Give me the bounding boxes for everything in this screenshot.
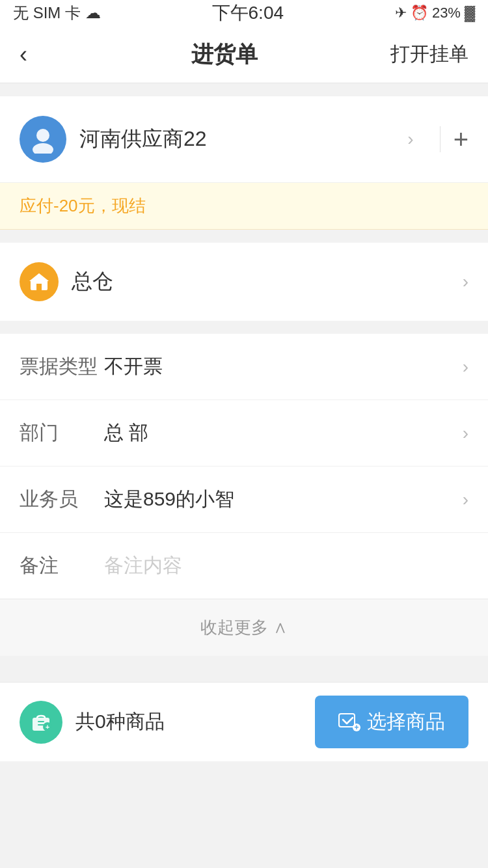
supplier-avatar <box>20 116 66 163</box>
status-left: 无 SIM 卡 ☁ <box>13 3 101 23</box>
svg-point-0 <box>36 129 49 142</box>
alarm-icon: ⏰ <box>411 5 428 21</box>
supplier-divider <box>440 126 441 152</box>
remark-label: 备注 <box>20 552 104 579</box>
location-icon: ✈ <box>395 5 407 21</box>
salesperson-value: 这是859的小智 <box>104 486 463 513</box>
product-count: 共0种商品 <box>75 709 315 735</box>
svg-rect-4 <box>36 284 42 290</box>
supplier-row[interactable]: 河南供应商22 › + <box>0 96 488 183</box>
status-time: 下午6:04 <box>212 1 284 25</box>
page-title: 进货单 <box>191 40 258 70</box>
department-row[interactable]: 部门 总 部 › <box>0 400 488 466</box>
svg-point-1 <box>33 143 53 154</box>
open-pending-button[interactable]: 打开挂单 <box>390 41 468 68</box>
collapse-row[interactable]: 收起更多 ∧ <box>0 599 488 656</box>
form-card: 票据类型 不开票 › 部门 总 部 › 业务员 这是859的小智 › 备注 备注… <box>0 334 488 656</box>
svg-text:+: + <box>46 723 49 731</box>
gap-4 <box>0 656 488 669</box>
notice-text: 应付-20元，现结 <box>20 196 146 215</box>
sim-label: 无 SIM 卡 ☁ <box>13 3 101 23</box>
supplier-name: 河南供应商22 <box>79 125 407 154</box>
svg-text:+: + <box>354 723 359 731</box>
svg-rect-6 <box>38 721 44 722</box>
ticket-type-row[interactable]: 票据类型 不开票 › <box>0 334 488 400</box>
collapse-label: 收起更多 ∧ <box>200 616 287 639</box>
gap-2 <box>0 230 488 243</box>
department-label: 部门 <box>20 420 104 446</box>
remark-input[interactable]: 备注内容 <box>104 552 468 579</box>
warehouse-card: 总仓 › <box>0 243 488 321</box>
warehouse-row[interactable]: 总仓 › <box>0 243 488 321</box>
add-supplier-button[interactable]: + <box>454 126 468 152</box>
salesperson-label: 业务员 <box>20 486 104 513</box>
status-bar: 无 SIM 卡 ☁ 下午6:04 ✈ ⏰ 23% ▓ <box>0 0 488 26</box>
product-bar: + 共0种商品 + 选择商品 <box>0 682 488 761</box>
select-product-button[interactable]: + 选择商品 <box>315 696 468 748</box>
department-value: 总 部 <box>104 420 463 446</box>
warehouse-name: 总仓 <box>72 267 463 296</box>
ticket-type-label: 票据类型 <box>20 353 104 380</box>
product-icon: + <box>20 701 62 744</box>
supplier-chevron-icon: › <box>407 129 413 150</box>
bottom-fill <box>0 761 488 868</box>
salesperson-row[interactable]: 业务员 这是859的小智 › <box>0 466 488 532</box>
warehouse-icon <box>20 262 59 301</box>
select-product-label: 选择商品 <box>367 709 445 735</box>
svg-marker-3 <box>29 273 49 281</box>
salesperson-chevron-icon: › <box>463 489 468 510</box>
battery-label: 23% <box>432 5 461 21</box>
notice-bar: 应付-20元，现结 <box>0 183 488 230</box>
department-chevron-icon: › <box>463 423 468 444</box>
remark-row[interactable]: 备注 备注内容 <box>0 532 488 599</box>
status-right: ✈ ⏰ 23% ▓ <box>395 5 475 21</box>
ticket-type-chevron-icon: › <box>463 357 468 377</box>
battery-icon: ▓ <box>465 5 475 21</box>
gap-1 <box>0 83 488 96</box>
nav-bar: ‹ 进货单 打开挂单 <box>0 26 488 83</box>
supplier-card: 河南供应商22 › + 应付-20元，现结 <box>0 96 488 230</box>
back-button[interactable]: ‹ <box>20 41 59 68</box>
ticket-type-value: 不开票 <box>104 353 463 380</box>
gap-3 <box>0 321 488 334</box>
warehouse-chevron-icon: › <box>463 271 468 292</box>
svg-rect-10 <box>339 714 355 727</box>
